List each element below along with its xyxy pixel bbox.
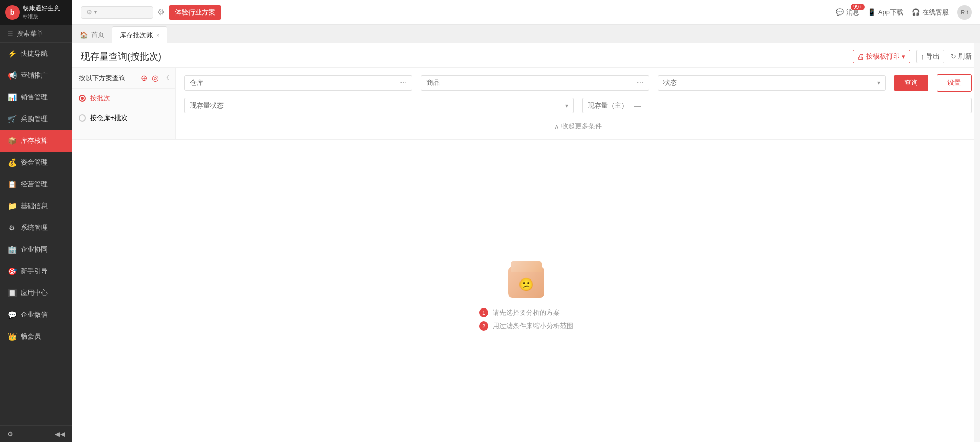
page-title: 现存量查询(按批次): [81, 50, 161, 63]
user-profile-btn[interactable]: Rit: [957, 5, 972, 20]
app-download-btn[interactable]: 📱 App下载: [868, 8, 903, 17]
sidebar-item-newbie[interactable]: 🎯 新手引导: [0, 260, 72, 282]
warehouse-field[interactable]: 仓库 ···: [184, 75, 412, 91]
topbar-left: ⚙ ▾ ⚙ 体验行业方案: [81, 5, 830, 20]
topbar-right: 💬 消息 99+ 📱 App下载 🎧 在线客服 Rit: [836, 5, 972, 20]
tip-2-text: 用过滤条件来缩小分析范围: [493, 321, 573, 331]
sidebar-item-quick-nav[interactable]: ⚡ 快捷导航: [0, 43, 72, 65]
warehouse-dots[interactable]: ···: [400, 78, 407, 87]
tab-home[interactable]: 🏠 首页: [72, 26, 112, 43]
sidebar-item-label: 营销推广: [21, 71, 48, 80]
collapse-left-icon[interactable]: 《: [163, 73, 169, 82]
plan-settings-icon[interactable]: ◎: [152, 73, 159, 83]
empty-state: 😕 1 请先选择要分析的方案 2 用过滤条件来缩小分析范围: [479, 251, 573, 331]
sidebar-item-basic-info[interactable]: 📁 基础信息: [0, 195, 72, 217]
sales-icon: 📊: [7, 93, 17, 101]
inventory-icon: 📦: [7, 137, 17, 145]
print-dropdown-icon: ▾: [902, 53, 905, 61]
sidebar-search[interactable]: ☰ 搜索菜单: [0, 25, 72, 43]
stock-status-label: 现存量状态: [190, 101, 224, 110]
filter-collapse-row[interactable]: ∧ 收起更多条件: [184, 120, 972, 133]
tip-num-1: 1: [479, 308, 488, 317]
left-panel-header: 按以下方案查询 ⊕ ◎ 《: [72, 68, 175, 89]
status-field[interactable]: 状态 ▾: [658, 75, 886, 91]
sidebar-item-label: 企业微信: [21, 310, 48, 319]
export-btn[interactable]: ↑ 导出: [916, 50, 945, 63]
filter-area: 按以下方案查询 ⊕ ◎ 《 按批次 按仓库+批次: [72, 68, 980, 140]
right-scrollbar[interactable]: [974, 43, 980, 442]
sidebar-item-wechat[interactable]: 💬 企业微信: [0, 304, 72, 326]
tab-close-icon[interactable]: ×: [156, 32, 159, 38]
sidebar-item-operation[interactable]: 📋 经营管理: [0, 173, 72, 195]
plan-item-label: 按批次: [90, 94, 110, 103]
stock-quantity-field[interactable]: 现存量（主） —: [582, 98, 972, 113]
app-download-icon: 📱: [868, 8, 876, 16]
quantity-dash: —: [634, 102, 641, 110]
sidebar-item-label: 系统管理: [21, 223, 48, 232]
sidebar-item-marketing[interactable]: 📢 营销推广: [0, 65, 72, 86]
filter-setting-btn[interactable]: 设置: [937, 74, 972, 92]
sidebar-item-label: 经营管理: [21, 180, 48, 189]
messages-btn[interactable]: 💬 消息 99+: [836, 8, 859, 17]
main-area: ⚙ ▾ ⚙ 体验行业方案 💬 消息 99+ 📱 App下载 🎧 在线客服: [72, 0, 980, 442]
left-panel: 按以下方案查询 ⊕ ◎ 《 按批次 按仓库+批次: [72, 68, 176, 139]
message-icon: 💬: [836, 8, 844, 16]
status-label: 状态: [663, 78, 677, 87]
left-panel-actions: ⊕ ◎ 《: [141, 73, 169, 83]
sidebar-item-label: 应用中心: [21, 288, 48, 298]
sidebar-item-member[interactable]: 👑 畅会员: [0, 326, 72, 347]
sidebar-item-label: 基础信息: [21, 201, 48, 211]
sidebar-header: b 畅康通好生意 标准版: [0, 0, 72, 25]
refresh-label: 刷新: [958, 52, 972, 61]
topbar: ⚙ ▾ ⚙ 体验行业方案 💬 消息 99+ 📱 App下载 🎧 在线客服: [72, 0, 980, 25]
industry-btn[interactable]: 体验行业方案: [169, 5, 221, 20]
member-icon: 👑: [7, 332, 17, 341]
user-name: Rit: [961, 9, 968, 16]
empty-illustration: 😕: [500, 251, 552, 298]
empty-tips: 1 请先选择要分析的方案 2 用过滤条件来缩小分析范围: [479, 308, 573, 331]
stock-status-field[interactable]: 现存量状态 ▾: [184, 98, 574, 113]
sidebar-item-purchase[interactable]: 🛒 采购管理: [0, 108, 72, 130]
home-icon: 🏠: [80, 31, 88, 39]
filter-row-1: 仓库 ··· 商品 ··· 状态 ▾ 查询 设置: [184, 74, 972, 92]
app-company: 畅康通好生意: [23, 5, 60, 13]
online-service-label: 在线客服: [922, 8, 949, 17]
sidebar-item-apps[interactable]: 🔲 应用中心: [0, 282, 72, 304]
page-header-actions: 🖨 按模板打印 ▾ ↑ 导出 ↻ 刷新: [853, 50, 972, 63]
export-label: 导出: [926, 52, 940, 61]
topbar-gear-icon[interactable]: ⚙: [157, 7, 165, 17]
app-info: 畅康通好生意 标准版: [23, 5, 60, 20]
user-avatar: Rit: [957, 5, 972, 20]
print-btn[interactable]: 🖨 按模板打印 ▾: [853, 50, 910, 63]
tab-inventory-batch[interactable]: 库存批次账 ×: [112, 26, 167, 43]
page-header: 现存量查询(按批次) 🖨 按模板打印 ▾ ↑ 导出 ↻ 刷新: [72, 43, 980, 68]
newbie-icon: 🎯: [7, 267, 17, 275]
stock-quantity-label: 现存量（主）: [588, 101, 628, 110]
settings-icon[interactable]: ⚙: [7, 430, 13, 438]
sidebar-item-finance[interactable]: 💰 资金管理: [0, 152, 72, 173]
add-plan-icon[interactable]: ⊕: [141, 73, 147, 83]
sidebar-item-label: 销售管理: [21, 93, 48, 102]
main-body: 😕 1 请先选择要分析的方案 2 用过滤条件来缩小分析范围: [72, 140, 980, 442]
sidebar-item-inventory[interactable]: 📦 库存核算: [0, 130, 72, 152]
product-dots[interactable]: ···: [636, 78, 643, 87]
refresh-icon: ↻: [951, 53, 956, 61]
empty-box-graphic: 😕: [508, 267, 544, 298]
export-icon: ↑: [921, 53, 925, 61]
sidebar-item-sales[interactable]: 📊 销售管理: [0, 86, 72, 108]
sidebar-item-enterprise[interactable]: 🏢 企业协同: [0, 239, 72, 260]
collapse-up-icon: ∧: [554, 123, 559, 130]
wechat-icon: 💬: [7, 311, 17, 319]
finance-icon: 💰: [7, 158, 17, 167]
query-btn[interactable]: 查询: [894, 75, 928, 91]
product-field[interactable]: 商品 ···: [421, 75, 649, 91]
app-download-label: App下载: [878, 8, 903, 17]
plan-item-by-warehouse-batch[interactable]: 按仓库+批次: [72, 108, 175, 128]
refresh-btn[interactable]: ↻ 刷新: [951, 52, 972, 61]
collapse-sidebar-icon[interactable]: ◀◀: [55, 430, 65, 438]
online-service-btn[interactable]: 🎧 在线客服: [912, 8, 949, 17]
sidebar-item-system[interactable]: ⚙ 系统管理: [0, 217, 72, 239]
plan-item-by-batch[interactable]: 按批次: [72, 89, 175, 108]
topbar-search-box[interactable]: ⚙ ▾: [81, 6, 153, 19]
tip-num-2: 2: [479, 321, 488, 331]
